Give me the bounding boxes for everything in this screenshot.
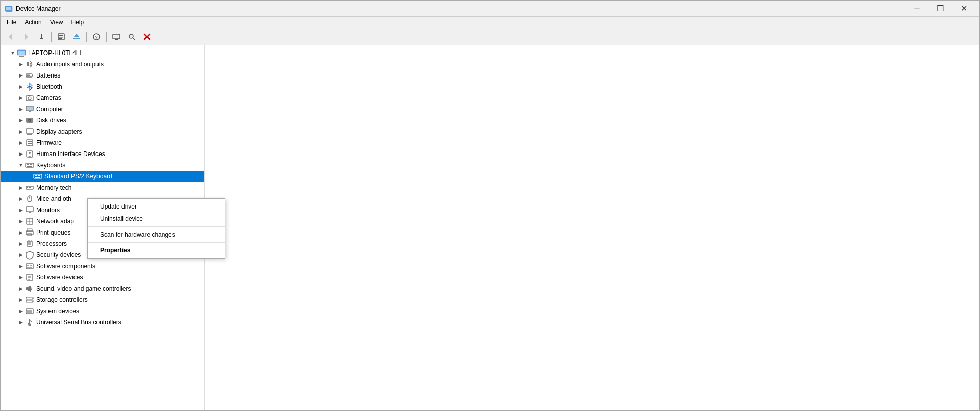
help-button[interactable]: ? bbox=[89, 30, 104, 43]
tree-root[interactable]: ▼ LAPTOP-HL0TL4LL bbox=[1, 47, 204, 59]
menu-help[interactable]: Help bbox=[67, 18, 88, 27]
hid-icon bbox=[25, 149, 34, 159]
software-components-expander[interactable]: ▶ bbox=[17, 262, 25, 270]
keyboards-expander[interactable]: ▼ bbox=[17, 161, 25, 169]
monitors-expander[interactable]: ▶ bbox=[17, 206, 25, 214]
remove-button[interactable] bbox=[140, 30, 154, 43]
system-expander[interactable]: ▶ bbox=[17, 307, 25, 315]
audio-icon bbox=[25, 60, 34, 69]
tree-node-software-devices[interactable]: ▶ Software devices bbox=[1, 272, 204, 283]
firmware-expander[interactable]: ▶ bbox=[17, 139, 25, 147]
device-manager-window: Device Manager ─ ❐ ✕ File Action View He… bbox=[0, 0, 980, 411]
tree-node-firmware[interactable]: ▶ Firmware bbox=[1, 137, 204, 148]
batteries-expander[interactable]: ▶ bbox=[17, 71, 25, 80]
context-menu-scan-hardware[interactable]: Scan for hardware changes bbox=[88, 228, 225, 241]
context-menu-properties[interactable]: Properties bbox=[88, 244, 225, 256]
svg-rect-41 bbox=[29, 111, 31, 112]
tree-node-usb[interactable]: ▶ Universal Serial Bus controllers bbox=[1, 317, 204, 328]
usb-expander[interactable]: ▶ bbox=[17, 318, 25, 326]
bluetooth-expander[interactable]: ▶ bbox=[17, 83, 25, 91]
window-icon bbox=[5, 5, 13, 13]
storage-expander[interactable]: ▶ bbox=[17, 296, 25, 304]
svg-rect-94 bbox=[30, 265, 32, 266]
tree-node-ps2-keyboard[interactable]: Standard PS/2 Keyboard bbox=[1, 171, 204, 182]
cameras-label: Cameras bbox=[36, 94, 61, 101]
svg-rect-100 bbox=[26, 287, 28, 290]
hid-expander[interactable]: ▶ bbox=[17, 150, 25, 158]
svg-rect-85 bbox=[28, 242, 31, 245]
menu-view[interactable]: View bbox=[46, 18, 67, 27]
svg-point-54 bbox=[29, 152, 31, 154]
tree-node-bluetooth[interactable]: ▶ Bluetooth bbox=[1, 81, 204, 92]
tree-node-audio[interactable]: ▶ Audio inputs and outputs bbox=[1, 59, 204, 70]
tree-node-sound[interactable]: ▶ Sound, video and game controllers bbox=[1, 283, 204, 294]
network-expander[interactable]: ▶ bbox=[17, 217, 25, 225]
svg-rect-31 bbox=[32, 75, 33, 76]
tree-node-computer[interactable]: ▶ Computer bbox=[1, 104, 204, 115]
back-button[interactable] bbox=[4, 30, 18, 43]
tree-node-hid[interactable]: ▶ Human Interface Devices bbox=[1, 148, 204, 160]
right-panel bbox=[205, 45, 979, 410]
audio-expander[interactable]: ▶ bbox=[17, 60, 25, 68]
tree-node-storage[interactable]: ▶ Storage controllers bbox=[1, 294, 204, 305]
svg-rect-12 bbox=[59, 38, 62, 39]
tree-node-disk[interactable]: ▶ Disk drives bbox=[1, 115, 204, 126]
close-button[interactable]: ✕ bbox=[952, 1, 975, 17]
tree-node-memory[interactable]: ▶ Memory tech bbox=[1, 182, 204, 193]
tree-node-display[interactable]: ▶ Display adapters bbox=[1, 126, 204, 137]
svg-rect-2 bbox=[6, 11, 8, 11]
context-menu-uninstall-device[interactable]: Uninstall device bbox=[88, 213, 225, 225]
ps2-keyboard-label: Standard PS/2 Keyboard bbox=[44, 173, 112, 180]
usb-label: Universal Serial Bus controllers bbox=[36, 319, 121, 326]
display-icon bbox=[25, 127, 34, 136]
tree-node-cameras[interactable]: ▶ Cameras bbox=[1, 92, 204, 104]
software-devices-icon bbox=[25, 273, 34, 282]
cameras-expander[interactable]: ▶ bbox=[17, 94, 25, 102]
system-label: System devices bbox=[36, 307, 79, 315]
root-expander[interactable]: ▼ bbox=[9, 49, 17, 57]
svg-marker-6 bbox=[25, 34, 28, 40]
system-icon bbox=[25, 306, 34, 316]
svg-rect-10 bbox=[59, 35, 63, 36]
disk-expander[interactable]: ▶ bbox=[17, 116, 25, 124]
tree-node-keyboards[interactable]: ▼ Keyboards bbox=[1, 160, 204, 171]
svg-rect-13 bbox=[74, 38, 80, 39]
print-expander[interactable]: ▶ bbox=[17, 228, 25, 237]
scan-button[interactable] bbox=[125, 30, 139, 43]
tree-node-software-components[interactable]: ▶ Software components bbox=[1, 261, 204, 272]
restore-button[interactable]: ❐ bbox=[928, 1, 952, 17]
monitors-label: Monitors bbox=[36, 207, 60, 214]
security-icon bbox=[25, 250, 34, 260]
update-driver-button[interactable] bbox=[69, 30, 84, 43]
computer-expander[interactable]: ▶ bbox=[17, 105, 25, 113]
tree-node-system[interactable]: ▶ System devices bbox=[1, 305, 204, 317]
sound-expander[interactable]: ▶ bbox=[17, 285, 25, 293]
processors-label: Processors bbox=[36, 240, 67, 247]
svg-point-45 bbox=[29, 120, 30, 121]
menu-action[interactable]: Action bbox=[20, 18, 45, 27]
minimize-button[interactable]: ─ bbox=[905, 1, 928, 17]
memory-expander[interactable]: ▶ bbox=[17, 184, 25, 192]
svg-rect-42 bbox=[28, 112, 32, 112]
svg-rect-4 bbox=[6, 11, 12, 12]
display-expander[interactable]: ▶ bbox=[17, 127, 25, 136]
computer-button[interactable] bbox=[109, 30, 124, 43]
svg-rect-107 bbox=[27, 310, 32, 313]
up-button[interactable] bbox=[34, 30, 48, 43]
svg-rect-26 bbox=[20, 56, 21, 56]
svg-rect-27 bbox=[22, 56, 23, 56]
svg-rect-93 bbox=[27, 265, 29, 266]
menu-file[interactable]: File bbox=[3, 18, 20, 27]
forward-button[interactable] bbox=[19, 30, 33, 43]
software-devices-expander[interactable]: ▶ bbox=[17, 273, 25, 281]
properties-button[interactable] bbox=[54, 30, 68, 43]
svg-rect-50 bbox=[28, 141, 32, 142]
software-components-icon bbox=[25, 262, 34, 271]
processors-expander[interactable]: ▶ bbox=[17, 240, 25, 248]
security-expander[interactable]: ▶ bbox=[17, 251, 25, 259]
mice-expander[interactable]: ▶ bbox=[17, 195, 25, 203]
context-menu-update-driver[interactable]: Update driver bbox=[88, 200, 225, 213]
title-bar: Device Manager ─ ❐ ✕ bbox=[1, 1, 979, 17]
context-menu-separator-2 bbox=[88, 242, 225, 243]
tree-node-batteries[interactable]: ▶ Batteries bbox=[1, 70, 204, 81]
